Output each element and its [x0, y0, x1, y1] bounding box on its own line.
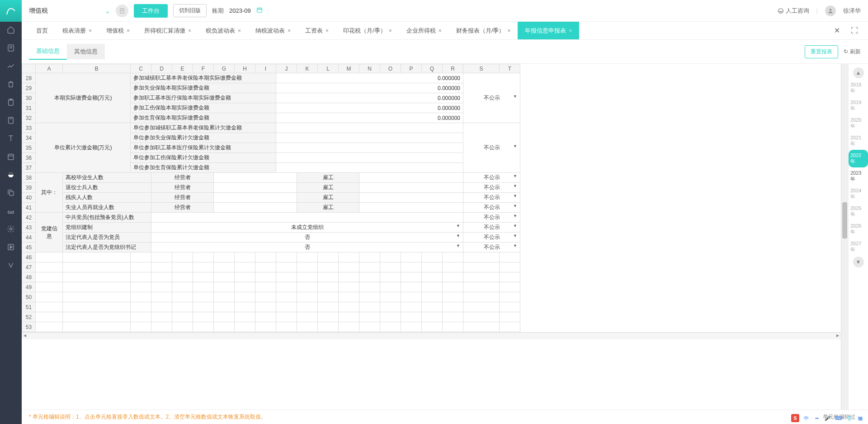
- cell-empty[interactable]: [193, 252, 214, 262]
- col-header[interactable]: T: [500, 64, 520, 73]
- ime-sogou-icon[interactable]: S: [791, 414, 799, 422]
- cell-empty[interactable]: [500, 252, 520, 262]
- cell-empty[interactable]: [422, 322, 443, 332]
- cell-empty[interactable]: [463, 322, 500, 332]
- cell-empty[interactable]: [339, 292, 359, 302]
- cell-empty[interactable]: [172, 322, 193, 332]
- cell-empty[interactable]: [463, 312, 500, 322]
- cell-empty[interactable]: [214, 312, 235, 322]
- cell-empty[interactable]: [151, 312, 172, 322]
- cell-empty[interactable]: [443, 322, 463, 332]
- cell-empty[interactable]: [339, 272, 359, 282]
- close-all-icon[interactable]: ✕: [831, 26, 843, 35]
- year-option[interactable]: 2024年: [849, 185, 868, 203]
- cell-empty[interactable]: [463, 262, 500, 272]
- bowl-icon[interactable]: [6, 170, 15, 179]
- cell-empty[interactable]: [172, 292, 193, 302]
- cell-value[interactable]: [214, 173, 297, 183]
- tab-close-icon[interactable]: ×: [569, 28, 572, 34]
- ime-grid-icon[interactable]: ▦: [856, 414, 864, 422]
- year-option[interactable]: 2027年: [849, 238, 868, 256]
- cell-empty[interactable]: [422, 292, 443, 302]
- cell-empty[interactable]: [500, 302, 520, 312]
- cell-empty[interactable]: [276, 312, 297, 322]
- tab-close-icon[interactable]: ×: [439, 28, 442, 34]
- cell-empty[interactable]: [380, 262, 401, 272]
- cell-publish-dropdown[interactable]: 不公示: [463, 193, 520, 203]
- cell-empty[interactable]: [276, 302, 297, 312]
- cell-empty[interactable]: [63, 252, 131, 262]
- cell-empty[interactable]: [500, 292, 520, 302]
- cell-empty[interactable]: [443, 262, 463, 272]
- cell-publish-dropdown[interactable]: 不公示: [463, 213, 520, 223]
- cell-publish-dropdown[interactable]: 不公示: [463, 73, 520, 123]
- cell-empty[interactable]: [255, 272, 276, 282]
- cell-empty[interactable]: [443, 312, 463, 322]
- vertical-scrollbar[interactable]: [841, 64, 848, 410]
- cell-empty[interactable]: [297, 272, 318, 282]
- cell-empty[interactable]: [193, 302, 214, 312]
- cell-empty[interactable]: [463, 272, 500, 282]
- row-header[interactable]: 41: [22, 203, 36, 213]
- col-header[interactable]: J: [276, 64, 297, 73]
- row-header[interactable]: 45: [22, 243, 36, 252]
- cal2-icon[interactable]: [6, 152, 15, 161]
- cell-empty[interactable]: [359, 292, 380, 302]
- cell-empty[interactable]: [500, 262, 520, 272]
- cell-value[interactable]: [214, 193, 297, 203]
- col-header[interactable]: B: [63, 64, 131, 73]
- cell-value[interactable]: 0.000000: [276, 73, 463, 83]
- cell-empty[interactable]: [131, 292, 151, 302]
- cell-value[interactable]: [276, 163, 463, 173]
- cell-empty[interactable]: [214, 302, 235, 312]
- cell-value-dropdown[interactable]: [151, 213, 463, 223]
- cell-value[interactable]: [359, 203, 463, 213]
- reset-button[interactable]: 重置报表: [805, 45, 838, 58]
- grid-corner[interactable]: [22, 64, 36, 73]
- cell-empty[interactable]: [193, 272, 214, 282]
- cell-publish-dropdown[interactable]: 不公示: [463, 173, 520, 183]
- cell-value-dropdown[interactable]: 否: [151, 233, 463, 243]
- cell-empty[interactable]: [422, 272, 443, 282]
- cell-value[interactable]: [276, 123, 463, 133]
- row-header[interactable]: 33: [22, 123, 36, 133]
- cell-value[interactable]: [359, 183, 463, 193]
- cell-empty[interactable]: [172, 312, 193, 322]
- row-header[interactable]: 52: [22, 312, 36, 322]
- cell-empty[interactable]: [36, 312, 63, 322]
- row-header[interactable]: 46: [22, 252, 36, 262]
- row-header[interactable]: 53: [22, 322, 36, 332]
- cell-empty[interactable]: [359, 262, 380, 272]
- row-header[interactable]: 44: [22, 233, 36, 243]
- row-header[interactable]: 30: [22, 93, 36, 103]
- expand-icon[interactable]: ⛶: [848, 27, 861, 35]
- chart-icon[interactable]: [6, 62, 15, 71]
- ime-mic-icon[interactable]: 🎤: [824, 414, 832, 422]
- tab[interactable]: 纳税波动表×: [248, 22, 298, 40]
- cell-empty[interactable]: [318, 312, 339, 322]
- col-header[interactable]: O: [380, 64, 401, 73]
- ime-punct-icon[interactable]: ••: [813, 414, 821, 422]
- cell-empty[interactable]: [36, 252, 63, 262]
- col-header[interactable]: M: [339, 64, 359, 73]
- cell-empty[interactable]: [339, 282, 359, 292]
- subtab-other[interactable]: 其他信息: [67, 44, 105, 59]
- avatar-icon[interactable]: [825, 5, 836, 16]
- col-header[interactable]: Q: [422, 64, 443, 73]
- ime-cn-icon[interactable]: 中: [802, 414, 810, 422]
- year-option[interactable]: 2023年: [849, 167, 868, 185]
- cell-empty[interactable]: [380, 302, 401, 312]
- cell-empty[interactable]: [500, 272, 520, 282]
- cell-empty[interactable]: [463, 252, 500, 262]
- cell-empty[interactable]: [172, 262, 193, 272]
- cell-empty[interactable]: [422, 252, 443, 262]
- col-header[interactable]: K: [297, 64, 318, 73]
- row-header[interactable]: 32: [22, 113, 36, 123]
- row-header[interactable]: 29: [22, 83, 36, 93]
- cell-empty[interactable]: [359, 302, 380, 312]
- cell-value[interactable]: 0.000000: [276, 83, 463, 93]
- cell-empty[interactable]: [63, 262, 131, 272]
- cell-empty[interactable]: [318, 282, 339, 292]
- tab[interactable]: 首页: [29, 22, 55, 40]
- cell-empty[interactable]: [193, 262, 214, 272]
